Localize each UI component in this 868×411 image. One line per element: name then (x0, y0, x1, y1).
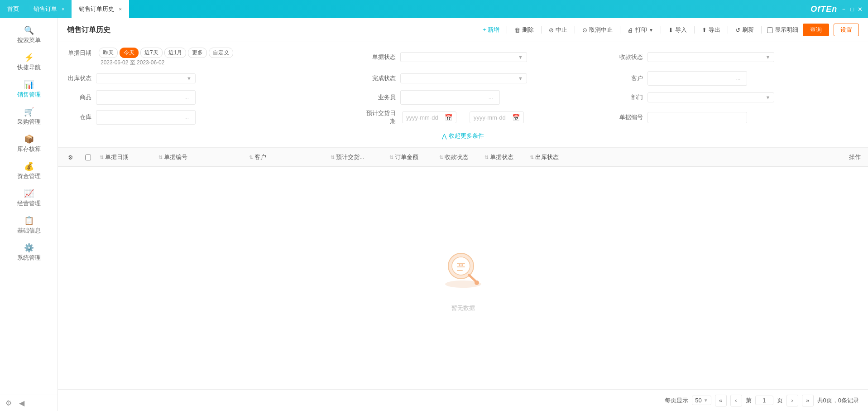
export-icon: ⬆ (702, 27, 707, 34)
tab-sales-order-history-close[interactable]: × (119, 6, 121, 12)
th-customer[interactable]: ⇅ 客户 (245, 153, 327, 161)
th-pay-status-label: 收款状态 (445, 153, 468, 161)
cancel-stop-button[interactable]: ⊙ 取消中止 (580, 25, 614, 35)
date-btn-today[interactable]: 今天 (120, 48, 139, 58)
tab-sales-order-close[interactable]: × (62, 6, 64, 12)
th-pay-status[interactable]: ⇅ 收款状态 (436, 153, 481, 161)
page-label: 页 (777, 396, 783, 405)
collapse-more-btn[interactable]: ⋀ 收起更多条件 (67, 130, 859, 142)
goods-more-btn[interactable]: ... (182, 92, 192, 102)
inventory-icon: 📦 (24, 135, 34, 143)
salesman-input-wrap[interactable]: ... (400, 90, 500, 105)
out-status-select[interactable]: ▼ (96, 73, 196, 83)
sidebar-item-system-mgmt[interactable]: ⚙️ 系统管理 (0, 239, 58, 266)
date-btn-7days[interactable]: 近7天 (140, 48, 163, 58)
cancel-stop-icon: ⊙ (582, 27, 587, 34)
toolbar: + 新增 🗑 删除 ⊘ 中止 ⊙ 取消中止 🖨 (481, 24, 859, 36)
delete-button[interactable]: 🗑 删除 (513, 25, 536, 35)
th-out-status[interactable]: ⇅ 出库状态 (526, 153, 571, 161)
filter-col-goods: 商品 ... (67, 90, 364, 105)
settings-icon[interactable]: ⚙ (5, 399, 12, 407)
calendar-start-icon: 📅 (445, 114, 452, 121)
th-gear[interactable]: ⚙ (62, 154, 80, 161)
setting-button[interactable]: 设置 (834, 24, 859, 36)
complete-status-select[interactable]: ▼ (400, 73, 527, 83)
refresh-button[interactable]: ↺ 刷新 (734, 25, 756, 35)
stop-button[interactable]: ⊘ 中止 (547, 25, 569, 35)
sidebar-item-capital-mgmt-label: 资金管理 (17, 172, 41, 180)
th-checkbox[interactable] (80, 155, 96, 160)
customer-input-wrap[interactable]: ... (647, 71, 747, 86)
expected-date-start-input[interactable]: yyyy-mm-dd 📅 (402, 111, 456, 123)
payment-status-select[interactable]: ▼ (647, 52, 774, 62)
gear-icon: ⚙ (68, 154, 73, 161)
th-operation: 操作 (571, 153, 864, 161)
th-delivery[interactable]: ⇅ 预计交货... (327, 153, 386, 161)
order-no-input[interactable] (647, 112, 747, 123)
filter-row-2: 出库状态 ▼ 完成状态 ▼ 客户 (67, 71, 859, 86)
tab-home[interactable]: 首页 (0, 0, 26, 18)
sidebar-item-sales-mgmt[interactable]: 📊 销售管理 (0, 76, 58, 103)
out-status-dropdown-icon: ▼ (187, 76, 192, 81)
filter-col-order-status: 单据状态 ▼ (364, 52, 612, 62)
sidebar-item-purchase-mgmt[interactable]: 🛒 采购管理 (0, 103, 58, 131)
print-button[interactable]: 🖨 打印 ▼ (626, 25, 655, 35)
window-maximize[interactable]: □ (850, 6, 854, 13)
import-button[interactable]: ⬇ 导入 (667, 25, 689, 35)
th-no-label: 单据编号 (164, 153, 187, 161)
divider-7 (728, 26, 728, 34)
date-btn-yesterday[interactable]: 昨天 (99, 48, 118, 58)
query-button[interactable]: 查询 (803, 24, 829, 36)
dept-select[interactable]: ▼ (647, 92, 774, 102)
svg-point-8 (459, 264, 460, 266)
dept-label: 部门 (611, 93, 647, 102)
prev-page-btn[interactable]: ‹ (730, 395, 742, 406)
empty-state: 暂无数据 (58, 167, 868, 389)
date-btn-1month[interactable]: 近1月 (164, 48, 187, 58)
page-size-select[interactable]: 50 ▼ (692, 396, 711, 405)
sidebar-item-basic-info[interactable]: 📋 基础信息 (0, 212, 58, 239)
tab-sales-order[interactable]: 销售订单 × (26, 0, 72, 18)
sidebar-item-search-menu[interactable]: 🔍 搜索菜单 (0, 22, 58, 49)
basic-info-icon: 📋 (24, 217, 34, 225)
filter-col-complete-status: 完成状态 ▼ (364, 73, 612, 83)
content-area: 销售订单历史 + 新增 🗑 删除 ⊘ 中止 ⊙ 取消中止 (58, 18, 868, 411)
goods-input-wrap[interactable]: ... (96, 90, 196, 105)
export-label: 导出 (709, 26, 720, 34)
page-input[interactable] (755, 396, 773, 405)
th-order-status[interactable]: ⇅ 单据状态 (481, 153, 526, 161)
next-page-btn[interactable]: › (786, 395, 798, 406)
warehouse-more-btn[interactable]: ... (182, 112, 192, 122)
date-btn-more[interactable]: 更多 (188, 48, 207, 58)
sidebar-item-capital-mgmt[interactable]: 💰 资金管理 (0, 158, 58, 185)
th-no[interactable]: ⇅ 单据编号 (155, 153, 245, 161)
warehouse-input-wrap[interactable]: ... (96, 110, 196, 125)
window-minimize[interactable]: － (841, 5, 847, 13)
display-detail-checkbox[interactable] (767, 27, 773, 33)
th-amount[interactable]: ⇅ 订单金额 (386, 153, 436, 161)
collapse-icon[interactable]: ◀ (19, 399, 24, 407)
search-menu-icon: 🔍 (24, 26, 34, 34)
expected-date-end-input[interactable]: yyyy-mm-dd 📅 (470, 111, 524, 123)
salesman-more-btn[interactable]: ... (486, 92, 496, 102)
select-all-checkbox[interactable] (85, 155, 91, 160)
th-date[interactable]: ⇅ 单据日期 (96, 153, 155, 161)
order-status-select[interactable]: ▼ (400, 52, 527, 62)
last-page-btn[interactable]: » (802, 395, 814, 406)
sort-amount-icon: ⇅ (389, 155, 393, 160)
date-range-btns: 昨天 今天 近7天 近1月 更多 自定义 (99, 48, 233, 58)
sidebar-item-business-mgmt[interactable]: 📈 经营管理 (0, 185, 58, 212)
divider-3 (575, 26, 575, 34)
window-close[interactable]: ✕ (858, 6, 863, 13)
tab-sales-order-history[interactable]: 销售订单历史 × (72, 0, 129, 18)
date-btn-custom[interactable]: 自定义 (209, 48, 233, 58)
customer-more-btn[interactable]: ... (733, 73, 743, 83)
empty-text: 暂无数据 (451, 304, 475, 312)
new-button[interactable]: + 新增 (481, 25, 501, 35)
sidebar-item-quick-nav[interactable]: ⚡ 快捷导航 (0, 49, 58, 76)
sidebar-item-inventory[interactable]: 📦 库存核算 (0, 131, 58, 158)
filter-col-salesman: 业务员 ... (364, 90, 612, 105)
filter-area: 单据日期 昨天 今天 近7天 近1月 更多 自定义 2023-06-02 至 2… (58, 42, 868, 148)
first-page-btn[interactable]: « (715, 395, 727, 406)
export-button[interactable]: ⬆ 导出 (700, 25, 722, 35)
